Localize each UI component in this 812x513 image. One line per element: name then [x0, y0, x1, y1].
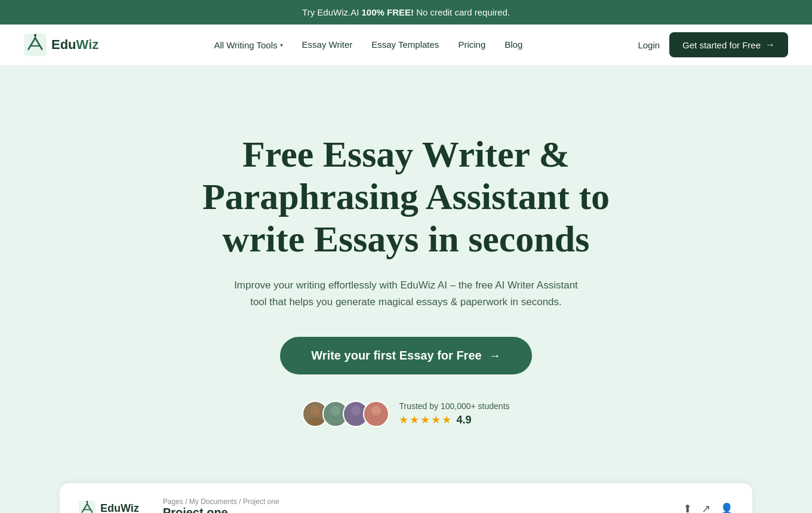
hero-section: Free Essay Writer & Paraphrasing Assista…: [0, 65, 812, 483]
trusted-label: Trusted by 100,000+ students: [399, 401, 509, 411]
svg-point-5: [328, 417, 343, 428]
nav-label-essay-writer[interactable]: Essay Writer: [302, 39, 353, 50]
arrow-right-icon: →: [765, 39, 775, 50]
star-rating: ★★★★★: [399, 413, 453, 426]
banner-prefix: Try EduWiz.AI: [302, 7, 361, 17]
bottom-card: EduWiz Pages / My Documents / Project on…: [60, 483, 752, 513]
cta-label: Write your first Essay for Free: [311, 349, 481, 363]
announcement-banner: Try EduWiz.AI 100% FREE! No credit card …: [0, 0, 812, 24]
nav-label-pricing[interactable]: Pricing: [458, 39, 485, 50]
svg-point-7: [349, 417, 364, 428]
card-actions: ⬆ ↗ 👤: [683, 502, 733, 514]
login-button[interactable]: Login: [638, 40, 660, 50]
hero-title: Free Essay Writer & Paraphrasing Assista…: [167, 133, 645, 261]
rating-row: ★★★★★ 4.9: [399, 413, 471, 426]
card-share-button[interactable]: ⬆: [683, 502, 692, 514]
banner-highlight: 100% FREE!: [362, 7, 414, 17]
nav-item-essay-templates[interactable]: Essay Templates: [371, 39, 439, 50]
card-logo-icon: [79, 500, 96, 514]
card-user-button[interactable]: 👤: [720, 502, 733, 514]
cta-button[interactable]: Write your first Essay for Free →: [280, 337, 531, 374]
svg-point-9: [369, 417, 384, 428]
card-logo: EduWiz: [79, 500, 139, 514]
nav-actions: Login Get started for Free →: [638, 32, 788, 57]
svg-point-8: [371, 406, 381, 416]
user-icon: 👤: [720, 503, 733, 514]
nav-item-blog[interactable]: Blog: [505, 39, 522, 50]
logo-link[interactable]: EduWiz: [24, 33, 99, 56]
get-started-button[interactable]: Get started for Free →: [669, 32, 788, 57]
svg-point-11: [87, 500, 88, 502]
logo-icon: [24, 33, 47, 56]
social-text: Trusted by 100,000+ students ★★★★★ 4.9: [399, 401, 509, 426]
nav-label-writing-tools: All Writing Tools: [214, 40, 277, 50]
chevron-down-icon: ▾: [280, 42, 283, 48]
card-logo-text: EduWiz: [100, 502, 139, 513]
card-title: Project one: [163, 506, 683, 513]
svg-point-1: [34, 34, 36, 36]
nav-label-blog[interactable]: Blog: [505, 39, 522, 50]
nav-item-essay-writer[interactable]: Essay Writer: [302, 39, 353, 50]
banner-suffix: No credit card required.: [414, 7, 510, 17]
bottom-card-wrapper: EduWiz Pages / My Documents / Project on…: [0, 483, 812, 513]
get-started-label: Get started for Free: [682, 40, 761, 50]
export-icon: ↗: [702, 503, 710, 514]
svg-point-4: [331, 406, 340, 416]
social-proof: Trusted by 100,000+ students ★★★★★ 4.9: [302, 401, 509, 427]
rating-number: 4.9: [456, 414, 471, 426]
svg-point-6: [351, 406, 361, 416]
breadcrumb: Pages / My Documents / Project one: [163, 497, 683, 506]
nav-label-essay-templates[interactable]: Essay Templates: [371, 39, 439, 50]
nav-item-writing-tools[interactable]: All Writing Tools ▾: [214, 40, 282, 50]
svg-point-2: [310, 406, 320, 416]
avatar: [363, 401, 389, 427]
card-export-button[interactable]: ↗: [702, 502, 710, 514]
share-icon: ⬆: [683, 503, 692, 514]
hero-subtitle: Improve your writing effortlessly with E…: [233, 277, 579, 311]
nav-menu: All Writing Tools ▾ Essay Writer Essay T…: [214, 39, 522, 50]
navigation: EduWiz All Writing Tools ▾ Essay Writer …: [0, 24, 812, 65]
cta-arrow-icon: →: [489, 349, 501, 363]
nav-item-pricing[interactable]: Pricing: [458, 39, 485, 50]
logo-text: EduWiz: [51, 37, 99, 53]
avatar-group: [302, 401, 389, 427]
svg-point-3: [308, 417, 323, 428]
